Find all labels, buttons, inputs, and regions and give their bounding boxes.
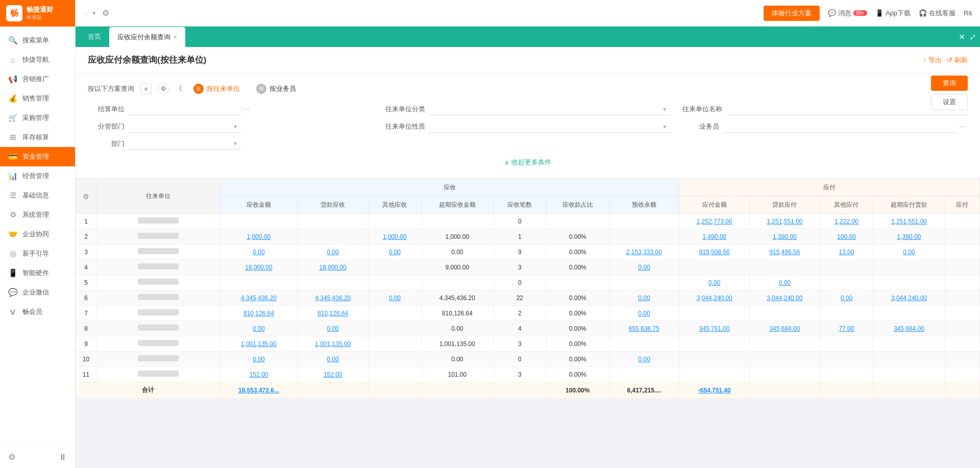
row-overdue-payable[interactable]: 0.00 (873, 244, 945, 260)
table-config-icon[interactable]: ⚙ (83, 192, 89, 201)
collapse-sidebar-btn[interactable]: ⏸ (59, 453, 67, 462)
settings-footer-icon[interactable]: ⚙ (8, 452, 15, 462)
window-close-btn[interactable]: ✕ (959, 32, 965, 42)
row-other-receivable[interactable]: 1,000.00 (368, 229, 421, 244)
row-payable-amount[interactable]: 1,490.00 (679, 229, 750, 244)
section-select[interactable]: ▾ (129, 138, 241, 150)
row-payable-amount[interactable]: 1,252,773.00 (679, 214, 750, 229)
row-overdue-payable[interactable]: 3,044,240.00 (873, 290, 945, 306)
sidebar-item-search[interactable]: 🔍 搜索菜单 (0, 31, 75, 50)
scheme-partner-btn[interactable]: 按 按往来单位 (188, 82, 245, 96)
row-loan-receivable[interactable]: 0.00 (298, 352, 368, 367)
row-payable-amount[interactable]: 345,761.00 (679, 321, 750, 336)
sidebar-item-finance[interactable]: 💳 资金管理 (0, 147, 75, 166)
row-loan-payable[interactable]: 3,044,240.00 (750, 290, 820, 306)
sidebar-item-inventory[interactable]: ⊞ 库存核算 (0, 128, 75, 147)
filter-add-btn[interactable]: + (140, 83, 152, 94)
sidebar-item-member[interactable]: V 畅会员 (0, 302, 75, 322)
table-row: 500.000.00 (76, 275, 980, 290)
service-btn[interactable]: 🎧 在线客服 (919, 9, 955, 18)
sidebar-item-wechat[interactable]: 💬 企业微信 (0, 283, 75, 302)
row-loan-payable[interactable]: 0.00 (750, 275, 820, 290)
row-other-payable[interactable]: 13.00 (820, 244, 873, 260)
partner-category-select[interactable]: ▾ (429, 104, 671, 115)
row-receivable-amount[interactable]: 4,345,436.20 (220, 290, 298, 306)
query-button[interactable]: 查询 (931, 76, 968, 91)
row-loan-payable[interactable]: 1,390.00 (750, 229, 820, 244)
message-btn[interactable]: 💬 消息 99+ (828, 9, 867, 18)
row-loan-receivable[interactable]: 152.00 (298, 367, 368, 382)
row-receivable-amount[interactable]: 152.00 (220, 367, 298, 382)
row-loan-receivable[interactable]: 0.00 (298, 244, 368, 260)
sidebar-item-collab[interactable]: 🤝 企业协同 (0, 225, 75, 244)
sidebar-item-marketing[interactable]: 📢 营销推广 (0, 69, 75, 89)
header-gear-icon[interactable]: ⚙ (102, 8, 109, 18)
row-other-receivable[interactable]: 0.00 (368, 244, 421, 260)
partner-nature-select[interactable]: ▾ (429, 121, 671, 133)
row-prepaid[interactable]: 0.00 (609, 352, 679, 367)
row-other-payable[interactable]: 0.00 (820, 290, 873, 306)
row-receivable-amount[interactable]: 0.00 (220, 352, 298, 367)
sidebar-item-hardware[interactable]: 📱 智能硬件 (0, 263, 75, 283)
row-prepaid[interactable]: 655,636.75 (609, 321, 679, 336)
window-expand-btn[interactable]: ⤢ (969, 32, 976, 42)
row-prepaid[interactable]: 0.00 (609, 306, 679, 321)
collapse-more-btn[interactable]: ∧ 收起更多条件 (88, 155, 968, 170)
row-loan-receivable[interactable]: 0.00 (298, 321, 368, 336)
row-payable-amount[interactable]: 3,044,240.00 (679, 290, 750, 306)
total-payable-amount[interactable]: -654,751.40 (679, 382, 750, 399)
row-loan-payable[interactable]: 345,684.00 (750, 321, 820, 336)
scheme-salesman-btn[interactable]: 按 按业务员 (251, 82, 301, 96)
sidebar-item-operation[interactable]: 📊 经营管理 (0, 166, 75, 186)
row-receivable-amount[interactable]: 1,001,135.00 (220, 336, 298, 352)
row-other-receivable (368, 321, 421, 336)
row-loan-payable[interactable]: 915,495.56 (750, 244, 820, 260)
row-overdue-payable[interactable]: 345,684.00 (873, 321, 945, 336)
refresh-btn[interactable]: ↺ 刷新 (947, 56, 968, 65)
sidebar-item-quicknav[interactable]: ⌂ 快捷导航 (0, 50, 75, 69)
row-other-payable[interactable]: 1,222.00 (820, 214, 873, 229)
settlement-input[interactable] (129, 103, 241, 115)
row-prepaid[interactable]: 0.00 (609, 290, 679, 306)
row-overdue-payable[interactable]: 1,251,551.00 (873, 214, 945, 229)
sidebar-item-guide[interactable]: ◎ 新手引导 (0, 244, 75, 263)
row-overdue-payable[interactable]: 1,390.00 (873, 229, 945, 244)
tab-close-icon[interactable]: × (174, 34, 177, 41)
row-payable-amount[interactable]: 915,508.56 (679, 244, 750, 260)
top-header: ··· ▾ ⚙ 体验行业方案 💬 消息 99+ 📱 App下载 🎧 在线客服 R… (76, 0, 980, 27)
row-other-payable[interactable]: 100.00 (820, 229, 873, 244)
salesman-dots[interactable]: ··· (957, 122, 968, 131)
row-loan-receivable[interactable]: 1,001,135.00 (298, 336, 368, 352)
settings-button[interactable]: 设置 (931, 94, 968, 110)
row-payable-amount[interactable]: 0.00 (679, 275, 750, 290)
export-btn[interactable]: ↑ 导出 (923, 56, 942, 65)
row-receivable-amount[interactable]: 0.00 (220, 321, 298, 336)
sidebar-item-purchase[interactable]: 🛒 采购管理 (0, 108, 75, 128)
row-loan-receivable[interactable]: 810,126.64 (298, 306, 368, 321)
row-receivable-amount[interactable]: 0.00 (220, 244, 298, 260)
row-loan-payable[interactable]: 1,251,551.00 (750, 214, 820, 229)
row-other-receivable[interactable]: 0.00 (368, 290, 421, 306)
filter-scheme-settings-btn[interactable]: ⚙ (158, 83, 169, 94)
dept-select[interactable]: ▾ (129, 121, 241, 133)
row-loan-receivable[interactable]: 4,345,436.20 (298, 290, 368, 306)
filter-arrow-btn[interactable]: 《 (175, 84, 182, 93)
sidebar-item-system[interactable]: ⚙ 系统管理 (0, 205, 75, 225)
app-download-btn[interactable]: 📱 App下载 (875, 9, 911, 18)
promo-button[interactable]: 体验行业方案 (764, 6, 820, 21)
row-other-payable[interactable]: 77.00 (820, 321, 873, 336)
salesman-input[interactable] (723, 120, 957, 133)
row-prepaid[interactable]: 0.00 (609, 260, 679, 275)
sidebar-item-basic[interactable]: ☰ 基础信息 (0, 186, 75, 205)
sidebar-item-sales[interactable]: 💰 销售管理 (0, 89, 75, 108)
total-receivable-amount[interactable]: 19,553,472.6... (220, 382, 298, 399)
user-avatar[interactable]: Rit (964, 9, 972, 17)
row-loan-receivable[interactable]: 18,000.00 (298, 260, 368, 275)
row-prepaid[interactable]: 2,153,333.00 (609, 244, 679, 260)
tab-ar-ap[interactable]: 应收应付余额查询 × (109, 27, 185, 47)
row-receivable-amount[interactable]: 1,000.00 (220, 229, 298, 244)
row-receivable-amount[interactable]: 810,126.64 (220, 306, 298, 321)
settlement-dots[interactable]: ··· (241, 105, 252, 114)
row-receivable-amount[interactable]: 18,000.00 (220, 260, 298, 275)
tab-home[interactable]: 首页 (80, 27, 109, 47)
